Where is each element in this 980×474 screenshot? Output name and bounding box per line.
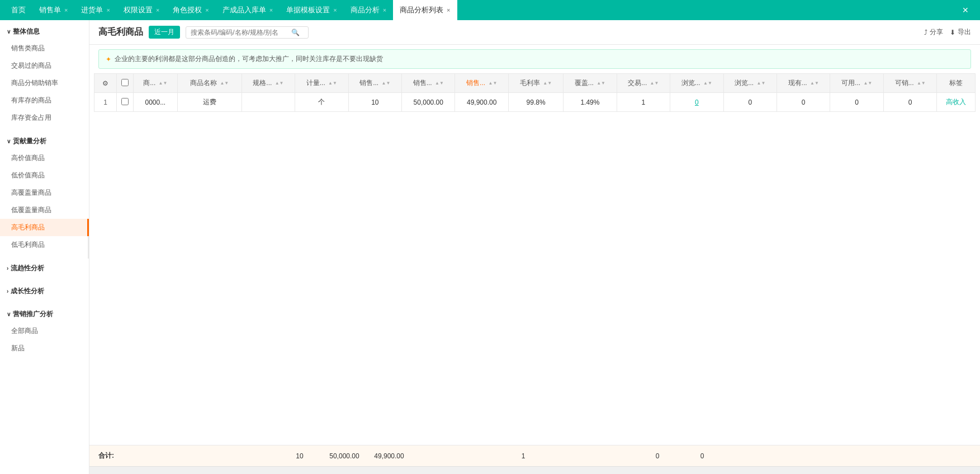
select-all-checkbox[interactable] [121,79,129,86]
col-view2[interactable]: 浏览... ▲▼ [723,74,777,93]
sort-icon[interactable]: ▲▼ [703,81,712,86]
sort-icon[interactable]: ▲▼ [159,81,168,86]
sidebar-item-traded-goods[interactable]: 交易过的商品 [0,57,89,74]
nav-close-icon[interactable]: × [333,7,337,13]
sidebar-item-stock-goods[interactable]: 有库存的商品 [0,92,89,109]
row-available: 0 [830,93,883,112]
nav-close-icon[interactable]: × [383,7,386,13]
row-view2: 0 [723,93,777,112]
sort-icon[interactable]: ▲▼ [435,81,444,86]
sort-icon[interactable]: ▲▼ [382,81,391,86]
nav-close-icon[interactable]: × [269,7,273,13]
nav-close-icon[interactable]: × [205,7,209,13]
col-sales-profit[interactable]: 销售... ▲▼ [455,74,508,93]
col-saleable[interactable]: 可销... ▲▼ [883,74,936,93]
nav-permission[interactable]: 权限设置 × [117,0,166,20]
export-button[interactable]: ⬇ 导出 [950,27,971,37]
col-unit[interactable]: 计量... ▲▼ [295,74,348,93]
row-tag: 高收入 [937,93,976,112]
table-header-row: ⚙ 商... ▲▼ 商品名称 ▲▼ [94,74,976,93]
nav-product-inbound[interactable]: 产成品入库单 × [216,0,280,20]
sidebar-group-marketing-title[interactable]: ∨ 营销推广分析 [0,306,89,322]
col-spec[interactable]: 规格... ▲▼ [242,74,295,93]
nav-template[interactable]: 单据模板设置 × [280,0,343,20]
share-button[interactable]: ⤴ 分享 [924,27,943,37]
col-available[interactable]: 可用... ▲▼ [830,74,883,93]
sort-icon[interactable]: ▲▼ [863,81,872,86]
sidebar-group-growth-title[interactable]: › 成长性分析 [0,283,89,299]
col-settings[interactable]: ⚙ [94,74,117,93]
arrow-down-icon: ∨ [7,311,11,317]
col-gross-margin[interactable]: 毛利率 ▲▼ [508,74,563,93]
sort-icon[interactable]: ▲▼ [917,81,926,86]
sort-icon[interactable]: ▲▼ [488,81,497,86]
arrow-down-icon: ∨ [7,29,11,35]
row-checkbox[interactable] [117,93,134,112]
nav-home[interactable]: 首页 [4,0,32,20]
sidebar-collapse-button[interactable]: « [88,236,89,259]
share-icon: ⤴ [924,29,927,36]
sort-icon[interactable]: ▲▼ [220,81,229,86]
row-select-checkbox[interactable] [121,98,129,105]
row-num: 1 [94,93,117,112]
sidebar-group-marketing: ∨ 营销推广分析 全部商品 新品 [0,303,89,360]
sort-icon[interactable]: ▲▼ [810,81,819,86]
col-sales-qty[interactable]: 销售... ▲▼ [348,74,401,93]
nav-sales[interactable]: 销售单 × [32,0,74,20]
col-transaction[interactable]: 交易... ▲▼ [617,74,670,93]
window-close-button[interactable]: ✕ [955,0,976,20]
data-table: ⚙ 商... ▲▼ 商品名称 ▲▼ [94,73,976,112]
col-checkbox[interactable] [117,74,134,93]
sort-icon[interactable]: ▲▼ [596,81,605,86]
sort-icon[interactable]: ▲▼ [757,81,766,86]
search-icon[interactable]: 🔍 [291,29,300,36]
col-sales-amount[interactable]: 销售... ▲▼ [402,74,455,93]
info-icon: ✦ [106,55,111,63]
sort-icon[interactable]: ▲▼ [650,81,659,86]
col-coverage[interactable]: 覆盖... ▲▼ [564,74,617,93]
row-sales-amount: 50,000.00 [402,93,455,112]
time-filter-button[interactable]: 近一月 [149,26,180,39]
col-current-stock[interactable]: 现有... ▲▼ [777,74,830,93]
content-header: 高毛利商品 近一月 🔍 ⤴ 分享 ⬇ 导出 [89,20,980,45]
col-tag[interactable]: 标签 [937,74,976,93]
sidebar-item-low-margin[interactable]: 低毛利商品 [0,236,89,254]
sidebar-group-overview: ∨ 整体信息 销售类商品 交易过的商品 商品分销助销率 有库存的商品 库存资金占… [0,20,89,130]
sort-icon[interactable]: ▲▼ [328,81,337,86]
sidebar-item-low-value[interactable]: 低价值商品 [0,167,89,184]
search-input[interactable] [191,29,291,36]
nav-close-icon[interactable]: × [156,7,159,13]
sidebar-group-trend-title[interactable]: › 流趋性分析 [0,260,89,276]
header-actions: ⤴ 分享 ⬇ 导出 [924,27,971,37]
row-code: 0000... [134,93,178,112]
sidebar-item-sales-goods[interactable]: 销售类商品 [0,40,89,57]
sidebar-item-new-goods[interactable]: 新品 [0,340,89,357]
sort-icon[interactable]: ▲▼ [275,81,284,86]
row-view1[interactable]: 0 [670,93,723,112]
sidebar-item-all-goods[interactable]: 全部商品 [0,322,89,340]
nav-close-icon[interactable]: × [64,7,68,13]
row-transaction: 1 [617,93,670,112]
nav-purchase[interactable]: 进货单 × [74,0,116,20]
sidebar-item-high-coverage[interactable]: 高覆盖量商品 [0,184,89,201]
sidebar-item-distribution-rate[interactable]: 商品分销助销率 [0,74,89,92]
footer-sales-amount: 50,000.00 [322,452,367,460]
nav-product-analysis[interactable]: 商品分析 × [344,0,393,20]
sidebar-item-stock-capital[interactable]: 库存资金占用 [0,109,89,126]
sidebar-item-high-margin[interactable]: 高毛利商品 [0,219,89,236]
horizontal-scrollbar[interactable] [89,466,980,474]
sidebar-item-low-coverage[interactable]: 低覆盖量商品 [0,201,89,219]
table-row: 1 0000... 运费 个 10 50,000.00 49,900.00 99… [94,93,976,112]
nav-active-close-icon[interactable]: × [447,7,450,13]
nav-close-icon[interactable]: × [106,7,110,13]
sidebar-group-overview-title[interactable]: ∨ 整体信息 [0,24,89,40]
row-coverage: 1.49% [564,93,617,112]
col-view1[interactable]: 浏览... ▲▼ [670,74,723,93]
sort-icon[interactable]: ▲▼ [543,81,552,86]
col-code[interactable]: 商... ▲▼ [134,74,178,93]
sidebar-item-high-value[interactable]: 高价值商品 [0,149,89,167]
nav-product-analysis-list[interactable]: 商品分析列表 × [393,0,457,20]
sidebar-group-contribution-title[interactable]: ∨ 贡献量分析 [0,133,89,149]
col-name[interactable]: 商品名称 ▲▼ [177,74,242,93]
nav-role[interactable]: 角色授权 × [166,0,215,20]
